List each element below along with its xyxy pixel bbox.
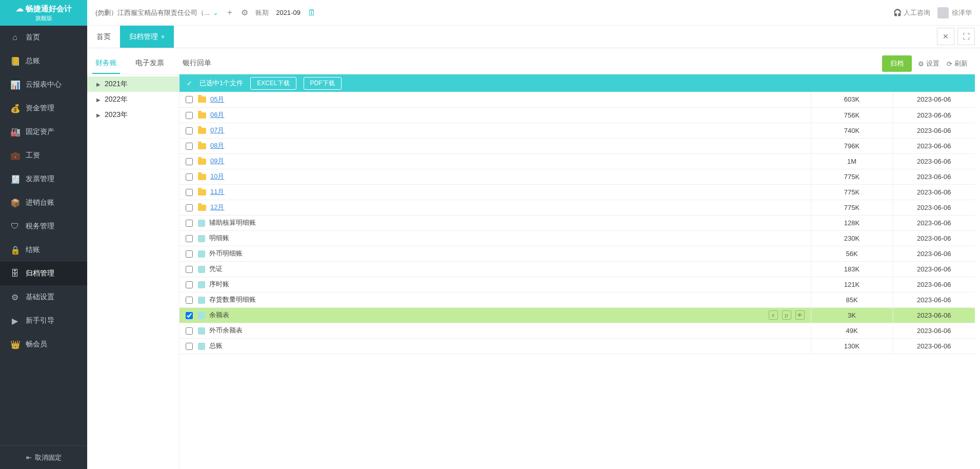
subtab-0[interactable]: 财务账	[92, 53, 120, 74]
settings-link[interactable]: ⚙设置	[918, 59, 939, 68]
file-name[interactable]: 11月	[210, 188, 224, 196]
subtab-2[interactable]: 银行回单	[179, 53, 214, 74]
row-checkbox[interactable]	[186, 158, 193, 165]
table-row[interactable]: 05月603K2023-06-06	[179, 92, 975, 107]
period-value[interactable]: 2021-09	[276, 9, 301, 16]
gear-icon[interactable]: ⚙	[241, 8, 248, 17]
close-icon[interactable]: ×	[161, 33, 165, 41]
sidebar-item-2[interactable]: 📊云报表中心	[0, 73, 87, 96]
check-icon: ✓	[187, 80, 192, 87]
table-row[interactable]: 09月1M2023-06-06	[179, 153, 975, 169]
sidebar-item-5[interactable]: 💼工资	[0, 144, 87, 167]
table-row[interactable]: 总账130K2023-06-06	[179, 338, 975, 354]
nav-label: 发票管理	[26, 174, 54, 184]
sidebar-item-13[interactable]: 👑畅会员	[0, 333, 87, 356]
close-tab-button[interactable]: ✕	[937, 28, 954, 45]
tree-item-1[interactable]: ▶2022年	[87, 92, 179, 107]
table-row[interactable]: 07月740K2023-06-06	[179, 123, 975, 138]
calendar-icon[interactable]: 🗓	[308, 8, 316, 17]
row-checkbox[interactable]	[186, 173, 193, 181]
table-row[interactable]: 11月775K2023-06-06	[179, 184, 975, 200]
sidebar-item-9[interactable]: 🔒结账	[0, 238, 87, 262]
file-name[interactable]: 07月	[210, 126, 224, 134]
table-row[interactable]: 外币明细账56K2023-06-06	[179, 246, 975, 261]
pdf-download-button[interactable]: PDF下载	[304, 77, 342, 90]
user-menu[interactable]: 徐泽华	[937, 7, 972, 18]
fullscreen-button[interactable]: ⛶	[957, 28, 975, 45]
file-name[interactable]: 09月	[210, 157, 224, 165]
row-checkbox[interactable]	[186, 127, 193, 134]
row-checkbox[interactable]	[186, 220, 193, 227]
pdf-icon[interactable]: p	[782, 310, 791, 320]
subtab-1[interactable]: 电子发票	[132, 53, 167, 74]
table-row[interactable]: 余额表xp👁3K2023-06-06	[179, 307, 975, 323]
row-checkbox[interactable]	[186, 112, 193, 119]
file-name[interactable]: 08月	[210, 142, 224, 149]
row-checkbox[interactable]	[186, 250, 193, 258]
table-row[interactable]: 12月775K2023-06-06	[179, 200, 975, 215]
table-row[interactable]: 存货数量明细账85K2023-06-06	[179, 292, 975, 307]
page-tab-1[interactable]: 归档管理×	[120, 26, 174, 48]
file-name[interactable]: 05月	[210, 95, 224, 103]
table-row[interactable]: 明细账230K2023-06-06	[179, 230, 975, 246]
tree-item-2[interactable]: ▶2023年	[87, 107, 179, 123]
consult-link[interactable]: 🎧 人工咨询	[893, 8, 930, 17]
excel-download-button[interactable]: EXCEL下载	[250, 77, 296, 90]
row-checkbox[interactable]	[186, 204, 193, 211]
row-checkbox[interactable]	[186, 96, 193, 103]
brand-logo[interactable]: ☁畅捷通好会计 旗舰版	[0, 0, 87, 26]
table-row[interactable]: 08月796K2023-06-06	[179, 138, 975, 153]
sidebar-item-4[interactable]: 🏭固定资产	[0, 120, 87, 144]
nav-label: 进销台账	[26, 198, 54, 207]
table-row[interactable]: 外币余额表49K2023-06-06	[179, 323, 975, 338]
row-checkbox[interactable]	[186, 281, 193, 288]
file-size: 128K	[811, 215, 893, 230]
tree-item-0[interactable]: ▶2021年	[87, 76, 179, 92]
page-tab-0[interactable]: 首页	[87, 26, 120, 48]
file-date: 2023-06-06	[893, 338, 975, 354]
table-row[interactable]: 10月775K2023-06-06	[179, 169, 975, 184]
add-icon[interactable]: ＋	[226, 7, 234, 18]
row-checkbox[interactable]	[186, 189, 193, 196]
file-name[interactable]: 10月	[210, 172, 224, 180]
folder-icon	[198, 189, 206, 196]
folder-icon	[198, 143, 206, 149]
refresh-link[interactable]: ⟳刷新	[947, 59, 968, 68]
archive-button[interactable]: 归档	[882, 55, 912, 72]
tree-label: 2022年	[105, 95, 128, 104]
page-tabs-row: 首页归档管理× ✕ ⛶	[87, 26, 980, 48]
excel-icon[interactable]: x	[769, 310, 778, 320]
file-size: 796K	[811, 138, 893, 153]
row-checkbox[interactable]	[186, 343, 193, 350]
table-row[interactable]: 凭证183K2023-06-06	[179, 261, 975, 277]
company-selector[interactable]: (勿删）江西服宝精品有限责任公司（... ⌄	[95, 8, 218, 17]
file-name[interactable]: 06月	[210, 111, 224, 119]
file-name[interactable]: 12月	[210, 203, 224, 211]
sidebar-item-1[interactable]: 📒总账	[0, 49, 87, 73]
pdf-view-icon[interactable]: 👁	[795, 310, 805, 320]
nav-label: 固定资产	[26, 127, 54, 136]
nav-icon: 🔒	[10, 245, 19, 255]
sidebar-item-3[interactable]: 💰资金管理	[0, 96, 87, 120]
row-checkbox[interactable]	[186, 297, 193, 304]
sidebar-item-11[interactable]: ⚙基础设置	[0, 285, 87, 309]
sidebar-item-10[interactable]: 🗄归档管理	[0, 262, 87, 285]
nav-icon: ▶	[10, 316, 19, 326]
table-row[interactable]: 辅助核算明细账128K2023-06-06	[179, 215, 975, 230]
sidebar-item-7[interactable]: 📦进销台账	[0, 191, 87, 214]
sidebar-item-0[interactable]: ⌂首页	[0, 26, 87, 49]
row-checkbox[interactable]	[186, 235, 193, 242]
table-row[interactable]: 序时账121K2023-06-06	[179, 277, 975, 292]
row-checkbox[interactable]	[186, 143, 193, 150]
sidebar-item-6[interactable]: 🧾发票管理	[0, 167, 87, 191]
unpin-button[interactable]: ⇤ 取消固定	[0, 445, 87, 469]
table-row[interactable]: 06月756K2023-06-06	[179, 107, 975, 123]
sidebar-item-12[interactable]: ▶新手引导	[0, 309, 87, 333]
nav-label: 税务管理	[26, 222, 54, 231]
sidebar-item-8[interactable]: 🛡税务管理	[0, 214, 87, 238]
company-name: (勿删）江西服宝精品有限责任公司（...	[95, 8, 210, 17]
row-checkbox[interactable]	[186, 266, 193, 273]
row-checkbox[interactable]	[186, 327, 193, 335]
file-date: 2023-06-06	[893, 215, 975, 230]
row-checkbox[interactable]	[186, 312, 193, 319]
